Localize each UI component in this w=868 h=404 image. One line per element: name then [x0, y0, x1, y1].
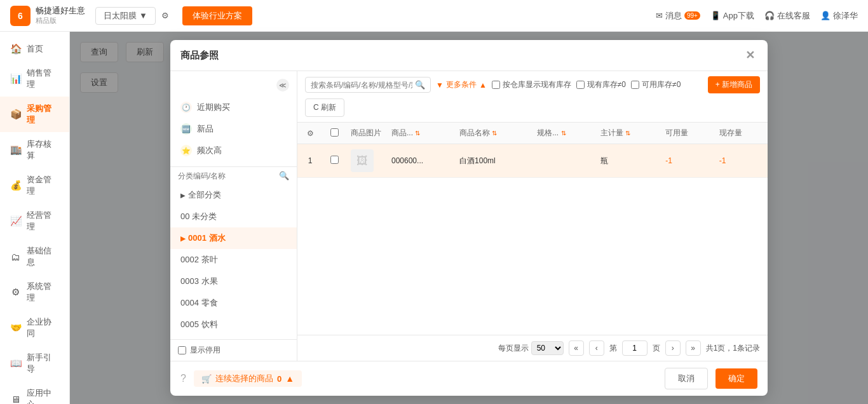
cb-warehouse-label[interactable]: 按仓库显示现有库存: [492, 79, 571, 90]
product-image: 🖼: [351, 149, 374, 172]
category-0001[interactable]: ▶ 0001 酒水: [170, 227, 297, 249]
category-00[interactable]: 00 未分类: [170, 206, 297, 227]
all-category-label: 全部分类: [188, 189, 221, 201]
sidebar-item-collab[interactable]: 🤝 企业协同: [0, 310, 69, 346]
th-name[interactable]: 商品名称 ⇅: [454, 123, 532, 144]
category-search-icon[interactable]: 🔍: [279, 171, 289, 180]
left-tab-recent-label: 近期购买: [197, 102, 230, 113]
show-disabled-checkbox[interactable]: [178, 346, 186, 354]
modal-title: 商品参照: [180, 50, 219, 62]
modal-body: ≪ 🕐 近期购买 🆕 新品 ⭐: [170, 71, 768, 361]
cat00-label: 00 未分类: [180, 211, 217, 222]
select-all-checkbox[interactable]: [330, 128, 339, 137]
th-code[interactable]: 商品... ⇅: [386, 123, 454, 144]
col-settings[interactable]: ⚙: [297, 123, 323, 144]
cell-num: 1: [297, 144, 323, 178]
sidebar-item-home[interactable]: 🏠 首页: [0, 37, 69, 61]
category-0005[interactable]: 0005 饮料: [170, 314, 297, 335]
sort-spec-icon: ⇅: [561, 130, 566, 137]
refresh-btn[interactable]: C 刷新: [305, 98, 344, 117]
first-page-btn[interactable]: «: [569, 340, 584, 356]
cell-code: 000600...: [386, 144, 454, 178]
prev-page-btn[interactable]: ‹: [589, 340, 604, 356]
category-search: 🔍: [170, 167, 297, 184]
category-0002[interactable]: 0002 茶叶: [170, 249, 297, 271]
left-tab-frequent[interactable]: ⭐ 频次高: [170, 140, 297, 161]
messages-btn[interactable]: ✉ 消息 99+: [656, 10, 700, 22]
category-all[interactable]: ▶ 全部分类: [170, 184, 297, 206]
finance-icon: 💰: [10, 180, 22, 191]
sidebar-item-finance[interactable]: 💰 资金管理: [0, 168, 69, 203]
help-icon[interactable]: ?: [180, 373, 186, 384]
sidebar-label-purchase: 采购管理: [27, 103, 59, 126]
online-service-btn[interactable]: 🎧 在线客服: [764, 10, 810, 22]
cart-icon: 🛒: [201, 374, 212, 384]
pagination: 每页显示 10 20 50 100 « ‹ 第: [297, 335, 768, 361]
inventory-icon: 🏬: [10, 144, 22, 156]
cell-checkbox[interactable]: [323, 144, 346, 178]
sidebar-item-sales[interactable]: 📊 销售管理: [0, 61, 69, 97]
cb-stock-label[interactable]: 现有库存≠0: [576, 79, 626, 90]
left-tab-recent[interactable]: 🕐 近期购买: [170, 97, 297, 118]
filter-btn[interactable]: ▼ 更多条件 ▲: [436, 79, 487, 90]
messages-badge: 99+: [684, 11, 700, 20]
last-page-btn[interactable]: »: [686, 340, 701, 356]
sidebar-item-inventory[interactable]: 🏬 库存核算: [0, 132, 69, 168]
show-disabled-label: 显示停用: [190, 345, 220, 356]
category-0004[interactable]: 0004 零食: [170, 292, 297, 314]
collapse-panel-btn[interactable]: ≪: [276, 79, 289, 91]
modal-close-button[interactable]: ✕: [742, 48, 757, 63]
sidebar-item-apps[interactable]: 🖥 应用中心: [0, 381, 69, 404]
cart-btn[interactable]: 🛒 连续选择的商品 0 ▲: [194, 370, 302, 387]
th-spec[interactable]: 规格... ⇅: [532, 123, 595, 144]
app-download-label: App下载: [723, 10, 754, 22]
footer-right: 取消 确定: [665, 368, 757, 389]
sidebar-item-purchase[interactable]: 📦 采购管理: [0, 97, 69, 132]
online-service-label: 在线客服: [777, 10, 810, 22]
row-checkbox[interactable]: [330, 156, 339, 164]
page-number-input[interactable]: [622, 340, 648, 356]
left-tab-new[interactable]: 🆕 新品: [170, 118, 297, 140]
cb-available-label[interactable]: 可用库存≠0: [631, 79, 681, 90]
footer-collapse-icon[interactable]: ▲: [285, 374, 294, 384]
category-0003[interactable]: 0003 水果: [170, 271, 297, 292]
table-row[interactable]: 1 🖼 000600... 白酒100ml: [297, 144, 768, 178]
apps-icon: 🖥: [10, 393, 22, 404]
sidebar-item-guide[interactable]: 📖 新手引导: [0, 346, 69, 381]
cat0004-label: 0004 零食: [180, 297, 218, 309]
cb-available[interactable]: [631, 81, 639, 89]
cb-stock[interactable]: [576, 81, 585, 89]
cell-name: 白酒100ml: [454, 144, 532, 178]
left-tab-freq-label: 频次高: [197, 145, 222, 156]
sort-unit-icon: ⇅: [625, 130, 630, 137]
confirm-btn[interactable]: 确定: [715, 368, 757, 389]
th-code-label: 商品...: [391, 128, 413, 137]
th-stock: 现存量: [714, 123, 768, 144]
per-page-dropdown[interactable]: 10 20 50 100: [531, 341, 564, 355]
app-download-btn[interactable]: 📱 App下载: [710, 10, 754, 22]
cancel-btn[interactable]: 取消: [665, 368, 708, 389]
gear-button[interactable]: ⚙: [156, 6, 175, 25]
new-icon: 🆕: [180, 123, 192, 135]
sidebar-label-info: 基础信息: [27, 245, 59, 268]
logo-area: 6 畅捷通好生意 精品版: [10, 6, 85, 26]
cb-stock-text: 现有库存≠0: [587, 79, 626, 90]
exp-btn[interactable]: 体验行业方案: [182, 6, 252, 25]
th-unit[interactable]: 主计量 ⇅: [595, 123, 661, 144]
add-product-btn[interactable]: + 新增商品: [708, 76, 760, 93]
modal: 商品参照 ✕ ≪ 🕐 近期购买: [170, 40, 768, 396]
next-page-btn[interactable]: ›: [665, 340, 681, 356]
search-input[interactable]: [311, 81, 412, 90]
nav-dropdown[interactable]: 日太阳膜 ▼: [95, 7, 156, 25]
sidebar-item-business[interactable]: 📈 经营管理: [0, 203, 69, 239]
sidebar-item-system[interactable]: ⚙ 系统管理: [0, 274, 69, 310]
sidebar-item-info[interactable]: 🗂 基础信息: [0, 239, 69, 274]
cb-warehouse-text: 按仓库显示现有库存: [503, 79, 571, 90]
search-icon[interactable]: 🔍: [415, 80, 425, 90]
category-search-input[interactable]: [178, 172, 276, 180]
cb-warehouse[interactable]: [492, 81, 500, 89]
sidebar-label-sales: 销售管理: [27, 67, 59, 90]
user-avatar[interactable]: 👤 徐泽华: [820, 10, 858, 22]
cell-spec: [532, 144, 595, 178]
top-nav: 6 畅捷通好生意 精品版 日太阳膜 ▼ ⚙ 体验行业方案 ✉ 消息 99+ 📱 …: [0, 0, 868, 32]
